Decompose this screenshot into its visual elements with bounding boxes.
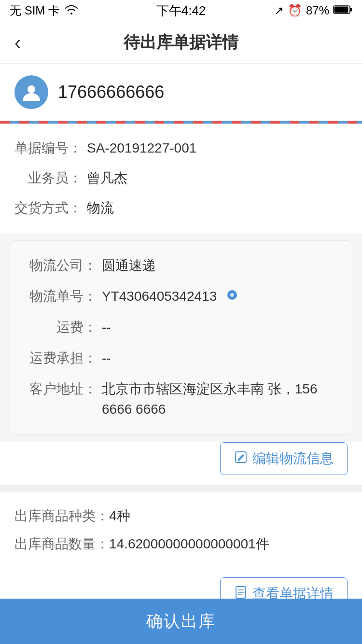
tracking-location-icon[interactable]	[223, 288, 241, 305]
address-value: 北京市市辖区海淀区永丰南 张，156 6666 6666	[97, 379, 337, 420]
sales-person-value: 曾凡杰	[82, 168, 348, 188]
order-number-row: 单据编号： SA-20191227-001	[14, 138, 348, 158]
svg-rect-2	[334, 7, 348, 13]
product-types-row: 出库商品种类： 4种	[14, 507, 348, 525]
battery-icon	[333, 4, 352, 17]
avatar	[14, 75, 48, 109]
location-status-icon: ↗	[274, 4, 284, 17]
nav-bar: ‹ 待出库单据详情	[0, 21, 362, 64]
logistics-company-value: 圆通速递	[97, 255, 337, 276]
customer-phone: 17666666666	[58, 82, 164, 102]
address-label: 客户地址：	[25, 379, 97, 399]
confirm-outbound-button[interactable]: 确认出库	[0, 610, 362, 632]
wifi-icon	[65, 4, 78, 17]
battery-text: 87%	[306, 4, 329, 17]
sales-person-label: 业务员：	[14, 168, 82, 188]
address-row: 客户地址： 北京市市辖区海淀区永丰南 张，156 6666 6666	[25, 379, 337, 420]
freight-label: 运费：	[25, 317, 97, 337]
freight-row: 运费： --	[25, 317, 337, 337]
edit-button-wrap: 编辑物流信息	[0, 442, 362, 485]
order-number-value: SA-20191227-001	[82, 138, 348, 158]
freight-bear-row: 运费承担： --	[25, 348, 337, 368]
delivery-method-row: 交货方式： 物流	[14, 198, 348, 218]
status-bar-time: 下午4:42	[156, 2, 206, 19]
product-quantity-label: 出库商品数量：	[14, 535, 109, 553]
sales-person-row: 业务员： 曾凡杰	[14, 168, 348, 188]
order-info-section: 单据编号： SA-20191227-001 业务员： 曾凡杰 交货方式： 物流	[0, 124, 362, 233]
confirm-button-wrap: 确认出库	[0, 599, 362, 644]
edit-logistics-button[interactable]: 编辑物流信息	[220, 442, 348, 475]
product-types-value: 4种	[109, 507, 130, 525]
product-types-label: 出库商品种类：	[14, 507, 109, 525]
status-bar-right: ↗ ⏰ 87%	[274, 4, 352, 17]
section-divider	[0, 485, 362, 492]
status-bar: 无 SIM 卡 下午4:42 ↗ ⏰ 87%	[0, 0, 362, 21]
back-button[interactable]: ‹	[14, 33, 21, 52]
product-quantity-value: 14.62000000000000001件	[109, 535, 269, 553]
svg-rect-1	[350, 8, 352, 12]
freight-bear-value: --	[97, 348, 337, 368]
alarm-icon: ⏰	[288, 4, 302, 17]
status-bar-left: 无 SIM 卡	[10, 3, 78, 18]
logistics-tracking-row: 物流单号： YT4306405342413	[25, 286, 337, 307]
delivery-method-value: 物流	[82, 198, 348, 218]
freight-value: --	[97, 317, 337, 337]
logistics-company-row: 物流公司： 圆通速递	[25, 255, 337, 276]
logistics-tracking-value: YT4306405342413	[97, 286, 337, 307]
svg-point-3	[28, 85, 35, 93]
delivery-method-label: 交货方式：	[14, 198, 82, 218]
logistics-section: 物流公司： 圆通速递 物流单号： YT4306405342413 运费： --	[10, 240, 352, 434]
customer-header: 17666666666	[0, 64, 362, 121]
page-title: 待出库单据详情	[124, 31, 238, 54]
order-number-label: 单据编号：	[14, 138, 82, 158]
freight-bear-label: 运费承担：	[25, 348, 97, 368]
products-section: 出库商品种类： 4种 出库商品数量： 14.62000000000000001件	[0, 492, 362, 573]
carrier-text: 无 SIM 卡	[10, 3, 60, 18]
product-quantity-row: 出库商品数量： 14.62000000000000001件	[14, 535, 348, 553]
logistics-tracking-label: 物流单号：	[25, 286, 97, 307]
logistics-company-label: 物流公司：	[25, 255, 97, 276]
edit-icon	[234, 450, 248, 467]
